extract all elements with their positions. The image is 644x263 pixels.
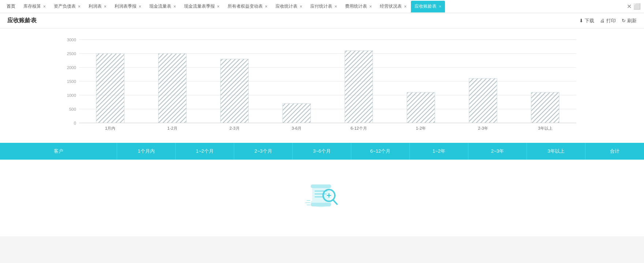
tab-label-ap-stat: 应付统计表 (310, 3, 332, 9)
chart-area: 0500100015002000250030001月内1-2月2-3月3-6月6… (0, 28, 644, 143)
download-button[interactable]: ⬇ 下载 (579, 18, 594, 24)
svg-text:500: 500 (69, 107, 76, 111)
svg-text:1000: 1000 (67, 93, 76, 98)
svg-text:2-3年: 2-3年 (478, 126, 488, 130)
tab-home[interactable]: 首页 (3, 1, 19, 12)
tab-expense[interactable]: 费用统计表× (341, 1, 375, 12)
table-header-2: 1~2个月 (176, 143, 234, 160)
tab-label-equity: 所有者权益变动表 (228, 3, 263, 9)
svg-text:6-12个月: 6-12个月 (351, 126, 367, 130)
refresh-icon: ↻ (622, 18, 626, 23)
table-header-5: 6~12个月 (351, 143, 410, 160)
bar-1 (158, 53, 186, 123)
tab-label-cashflow-q: 现金流量表季报 (184, 3, 215, 9)
tab-close-operation[interactable]: × (404, 4, 407, 9)
tab-ap-stat[interactable]: 应付统计表× (307, 1, 341, 12)
svg-text:1500: 1500 (67, 79, 76, 84)
svg-text:2000: 2000 (67, 65, 76, 70)
download-icon: ⬇ (579, 18, 583, 23)
tab-close-equity[interactable]: × (265, 4, 267, 9)
table-header-7: 2~3年 (468, 143, 527, 160)
tab-cashflow-q[interactable]: 现金流量表季报× (180, 1, 223, 12)
table-header: 客户1个月内1~2个月2~3个月3~6个月6~12个月1~2年2~3年3年以上合… (0, 143, 644, 160)
tab-equity[interactable]: 所有者权益变动表× (224, 1, 271, 12)
tab-profit-q[interactable]: 利润表季报× (111, 1, 145, 12)
svg-text:1-2月: 1-2月 (167, 126, 177, 130)
bar-chart: 0500100015002000250030001月内1-2月2-3月3-6月6… (11, 36, 633, 138)
svg-rect-34 (311, 203, 331, 206)
svg-text:3000: 3000 (67, 38, 76, 42)
tab-label-profit: 利润表 (89, 3, 102, 9)
print-icon: 🖨 (600, 18, 605, 23)
tab-close-cashflow-q[interactable]: × (217, 4, 220, 9)
table-header-8: 3年以上 (527, 143, 585, 160)
table-header-4: 3~6个月 (293, 143, 351, 160)
tab-label-home: 首页 (7, 3, 15, 9)
svg-text:3-6月: 3-6月 (292, 126, 302, 130)
tab-close-profit[interactable]: × (104, 4, 106, 9)
tab-label-ar-stat: 应收统计表 (276, 3, 297, 9)
refresh-button[interactable]: ↻ 刷新 (622, 18, 637, 24)
bar-7 (531, 92, 559, 123)
tab-label-profit-q: 利润表季报 (115, 3, 136, 9)
main-content: 0500100015002000250030001月内1-2月2-3月3-6月6… (0, 28, 644, 236)
table-header-0: 客户 (0, 143, 117, 160)
page-header: 应收账龄表 ⬇ 下载 🖨 打印 ↻ 刷新 (0, 13, 644, 28)
table-header-6: 1~2年 (410, 143, 468, 160)
tab-close-ar-stat[interactable]: × (300, 4, 302, 9)
tab-label-cashflow: 现金流量表 (149, 3, 171, 9)
tab-close-expense[interactable]: × (369, 4, 372, 9)
bar-3 (282, 103, 310, 123)
close-window-button[interactable]: ✕ (626, 4, 632, 9)
tab-bar: 首页库存核算×资产负债表×利润表×利润表季报×现金流量表×现金流量表季报×所有者… (0, 0, 644, 13)
svg-text:3年以上: 3年以上 (538, 126, 552, 130)
bar-2 (221, 59, 248, 123)
svg-text:0: 0 (74, 121, 76, 125)
tab-inventory[interactable]: 库存核算× (20, 1, 49, 12)
bar-5 (407, 92, 435, 123)
tab-ar-aging[interactable]: 应收账龄表× (411, 1, 445, 12)
svg-rect-33 (311, 184, 331, 188)
tab-label-ar-aging: 应收账龄表 (415, 3, 437, 9)
header-actions: ⬇ 下载 🖨 打印 ↻ 刷新 (579, 18, 637, 24)
tab-close-profit-q[interactable]: × (139, 4, 141, 9)
svg-text:2500: 2500 (67, 52, 76, 56)
tab-label-inventory: 库存核算 (23, 3, 41, 9)
print-button[interactable]: 🖨 打印 (600, 18, 616, 24)
bar-6 (469, 79, 497, 123)
empty-state-icon (302, 174, 342, 214)
tab-label-expense: 费用统计表 (345, 3, 367, 9)
tab-label-operation: 经营状况表 (380, 3, 402, 9)
tab-close-inventory[interactable]: × (43, 4, 46, 9)
table-header-1: 1个月内 (117, 143, 176, 160)
tab-close-balance[interactable]: × (78, 4, 80, 9)
tab-profit[interactable]: 利润表× (85, 1, 110, 12)
tab-close-ap-stat[interactable]: × (334, 4, 337, 9)
tab-close-ar-aging[interactable]: × (439, 4, 441, 9)
svg-line-40 (333, 200, 337, 204)
empty-state (0, 160, 644, 236)
table-header-3: 2~3个月 (234, 143, 293, 160)
bar-4 (345, 51, 372, 123)
page-title: 应收账龄表 (7, 17, 37, 24)
tab-ar-stat[interactable]: 应收统计表× (272, 1, 306, 12)
maximize-window-button[interactable]: ⬜ (634, 4, 640, 9)
tab-cashflow[interactable]: 现金流量表× (146, 1, 180, 12)
window-controls: ✕ ⬜ (626, 4, 641, 9)
bar-0 (96, 53, 124, 123)
tab-label-balance: 资产负债表 (54, 3, 76, 9)
tab-operation[interactable]: 经营状况表× (376, 1, 410, 12)
svg-text:2-3月: 2-3月 (229, 126, 239, 130)
table-header-9: 合计 (585, 143, 644, 160)
tab-close-cashflow[interactable]: × (173, 4, 176, 9)
svg-text:1-2年: 1-2年 (416, 126, 426, 130)
svg-text:1月内: 1月内 (105, 126, 115, 130)
tab-balance[interactable]: 资产负债表× (50, 1, 84, 12)
